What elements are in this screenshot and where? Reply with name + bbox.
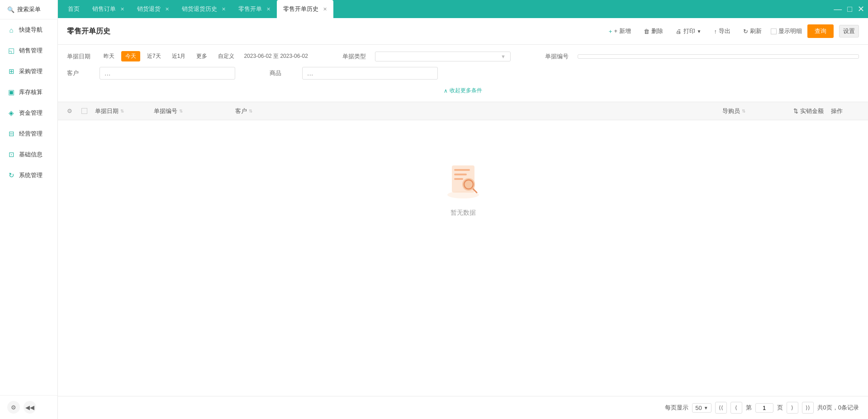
- tab-home[interactable]: 首页: [62, 0, 86, 18]
- sidebar-item-operations[interactable]: ⊟ 经营管理: [0, 123, 57, 144]
- type-select-arrow: ▼: [501, 54, 506, 59]
- page-title: 零售开单历史: [67, 27, 110, 36]
- per-page-label: 每页显示: [665, 404, 688, 412]
- svg-rect-2: [454, 169, 470, 171]
- tab-sales-order[interactable]: 销售订单 ✕: [86, 0, 131, 18]
- tab-retail-open-history-label: 零售开单历史: [283, 5, 318, 13]
- date-options: 昨天 今天 近7天 近1月 更多 自定义 2023-06-02 至 2023-0…: [100, 51, 308, 61]
- date-btn-1month[interactable]: 近1月: [168, 51, 190, 61]
- page-last-btn[interactable]: ⟩⟩: [802, 402, 814, 414]
- page-first-btn[interactable]: ⟨⟨: [715, 402, 727, 414]
- th-customer-sort-icon: ⇅: [249, 108, 252, 113]
- tab-retail-open[interactable]: 零售开单 ✕: [232, 0, 277, 18]
- tab-sales-return[interactable]: 销货退货 ✕: [131, 0, 175, 18]
- tab-sales-return-history[interactable]: 销货退货历史 ✕: [175, 0, 232, 18]
- date-btn-custom[interactable]: 自定义: [214, 51, 238, 61]
- tab-sales-order-label: 销售订单: [92, 5, 116, 13]
- th-customer[interactable]: 客户 ⇅: [232, 107, 719, 115]
- th-action: 操作: [827, 107, 863, 115]
- per-page-select[interactable]: 50 ▼: [692, 403, 711, 413]
- delete-button[interactable]: 🗑 删除: [640, 25, 667, 37]
- main-content: 首页 销售订单 ✕ 销货退货 ✕ 销货退货历史 ✕ 零售开单 ✕ 零售开单历史 …: [58, 0, 868, 419]
- collapse-sidebar-icon[interactable]: ◀◀: [24, 401, 36, 414]
- window-minimize-icon[interactable]: —: [834, 5, 842, 14]
- refresh-button[interactable]: ↻ 刷新: [740, 25, 765, 37]
- settings-button[interactable]: 设置: [839, 25, 859, 38]
- window-close-icon[interactable]: ✕: [858, 4, 864, 14]
- tab-sales-return-history-label: 销货退货历史: [182, 5, 217, 13]
- num-filter-label: 单据编号: [545, 52, 570, 61]
- tab-sales-return-history-close[interactable]: ✕: [222, 6, 226, 12]
- add-button[interactable]: + + 新增: [605, 25, 635, 37]
- tab-home-label: 首页: [68, 5, 80, 13]
- type-filter-select[interactable]: ▼: [375, 52, 511, 61]
- sidebar-bottom: ⚙ ◀◀: [0, 395, 57, 419]
- page-label: 第: [746, 404, 752, 412]
- collapse-bar[interactable]: ∧ 收起更多条件: [67, 85, 859, 98]
- display-detail-toggle[interactable]: 显示明细: [771, 27, 802, 35]
- goods-dots-icon[interactable]: ...: [307, 69, 313, 77]
- window-restore-icon[interactable]: □: [847, 5, 852, 14]
- sidebar-search-label: 搜索采单: [17, 5, 41, 14]
- sidebar-item-label: 经营管理: [19, 130, 43, 138]
- th-guide-sort-icon: ⇅: [742, 108, 745, 113]
- svg-rect-4: [454, 178, 463, 180]
- operations-icon: ⊟: [7, 130, 15, 138]
- tab-retail-open-history[interactable]: 零售开单历史 ✕: [277, 0, 333, 18]
- pagination: 每页显示 50 ▼ ⟨⟨ ⟨ 第 页 ⟩ ⟩⟩ 共0页，0条记录: [58, 396, 868, 419]
- tab-sales-return-close[interactable]: ✕: [165, 6, 169, 12]
- goods-filter-input[interactable]: ...: [302, 67, 438, 80]
- sidebar-item-finance[interactable]: ◈ 资金管理: [0, 103, 57, 123]
- th-num[interactable]: 单据编号 ⇅: [150, 107, 232, 115]
- tab-retail-open-history-close[interactable]: ✕: [323, 6, 327, 12]
- page-prev-btn[interactable]: ⟨: [730, 402, 742, 414]
- sidebar-item-label: 资金管理: [19, 109, 43, 117]
- sidebar-item-sales-mgmt[interactable]: ◱ 销售管理: [0, 40, 57, 61]
- settings-bottom-icon[interactable]: ⚙: [7, 401, 20, 414]
- collapse-label: 收起更多条件: [450, 87, 482, 94]
- sidebar: 🔍 搜索采单 ⌂ 快捷导航 ◱ 销售管理 ⊞ 采购管理 ▣ 库存核算 ◈ 资金管…: [0, 0, 58, 419]
- sidebar-item-label: 销售管理: [19, 47, 43, 55]
- sidebar-item-sys-mgmt[interactable]: ↻ 系统管理: [0, 165, 57, 186]
- page-input[interactable]: [755, 403, 773, 413]
- refresh-label: 刷新: [750, 27, 762, 35]
- collapse-arrow-icon: ∧: [444, 88, 448, 94]
- tab-retail-open-close[interactable]: ✕: [266, 6, 270, 12]
- tab-sales-order-close[interactable]: ✕: [120, 6, 124, 12]
- th-guide-label: 导购员: [722, 107, 740, 115]
- print-label: 打印: [683, 27, 695, 35]
- num-filter-input[interactable]: [578, 54, 859, 59]
- sidebar-item-quick-nav[interactable]: ⌂ 快捷导航: [0, 19, 57, 40]
- th-date[interactable]: 单据日期 ⇅: [91, 107, 150, 115]
- th-guide[interactable]: 导购员 ⇅: [719, 107, 773, 115]
- th-action-label: 操作: [831, 107, 843, 115]
- sidebar-search[interactable]: 🔍 搜索采单: [0, 0, 57, 19]
- customer-dots-icon[interactable]: ...: [104, 69, 110, 77]
- date-btn-today[interactable]: 今天: [121, 51, 140, 61]
- th-date-sort-icon: ⇅: [120, 108, 124, 113]
- per-page-arrow: ▼: [704, 405, 708, 410]
- date-btn-yesterday[interactable]: 昨天: [100, 51, 119, 61]
- purchase-icon: ⊞: [7, 67, 15, 75]
- query-button[interactable]: 查询: [807, 24, 834, 38]
- page-next-btn[interactable]: ⟩: [787, 402, 798, 414]
- column-settings-icon[interactable]: ⚙: [62, 108, 77, 114]
- sidebar-item-label: 快捷导航: [19, 26, 43, 34]
- home-icon: ⌂: [7, 26, 15, 34]
- print-button[interactable]: 🖨 打印 ▼: [672, 25, 705, 37]
- customer-filter-input[interactable]: ...: [100, 67, 235, 80]
- date-btn-7days[interactable]: 近7天: [143, 51, 165, 61]
- display-detail-checkbox[interactable]: [771, 28, 777, 34]
- sidebar-item-inventory[interactable]: ▣ 库存核算: [0, 82, 57, 103]
- sidebar-item-basic-info[interactable]: ⊡ 基础信息: [0, 144, 57, 165]
- export-label: 导出: [719, 27, 730, 35]
- date-btn-more[interactable]: 更多: [192, 51, 211, 61]
- goods-filter-label: 商品: [270, 69, 295, 77]
- customer-filter-label: 客户: [67, 69, 92, 77]
- add-label: + 新增: [614, 27, 631, 35]
- filter-row-1: 单据日期 昨天 今天 近7天 近1月 更多 自定义 2023-06-02 至 2…: [67, 51, 859, 61]
- select-all-checkbox[interactable]: [77, 108, 91, 114]
- export-button[interactable]: ↑ 导出: [711, 25, 735, 37]
- sidebar-item-purchase-mgmt[interactable]: ⊞ 采购管理: [0, 61, 57, 82]
- th-amount[interactable]: ⇅ 实销金额: [773, 107, 827, 115]
